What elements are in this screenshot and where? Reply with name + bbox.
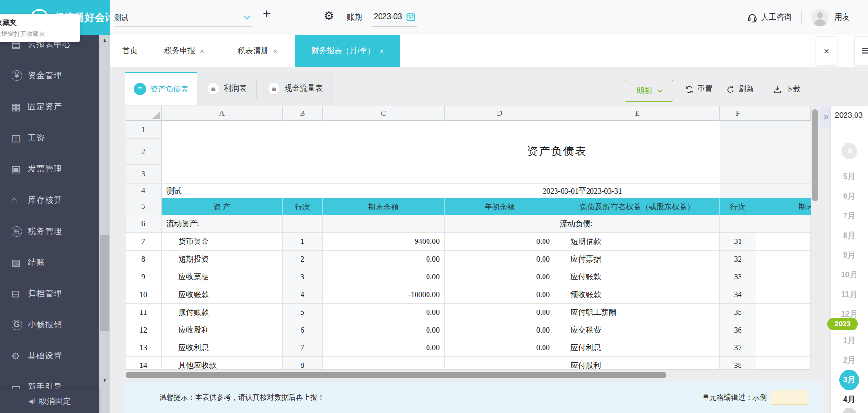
row-header[interactable]: 14 — [126, 357, 162, 370]
cell-line2[interactable]: 35 — [720, 304, 756, 321]
row-header[interactable]: 5 — [126, 198, 162, 215]
cell-beginning[interactable]: 0.00 — [445, 321, 555, 339]
cell-empty[interactable] — [756, 321, 811, 339]
gear-icon[interactable]: ⚙ — [324, 11, 334, 22]
opening-balance-button[interactable]: 期初 — [625, 80, 673, 102]
cell-asset[interactable]: 流动资产: — [162, 215, 283, 233]
subtab-income-statement[interactable]: ≣ 利润表 — [197, 72, 256, 105]
vertical-scrollbar[interactable] — [812, 109, 818, 201]
cell-beginning[interactable]: 0.00 — [445, 268, 555, 286]
cell-asset[interactable]: 应收账款 — [162, 286, 283, 304]
header-line-no-2[interactable]: 行次 — [720, 198, 756, 215]
cell-liability[interactable]: 短期借款 — [555, 233, 720, 251]
row-header[interactable]: 3 — [126, 165, 162, 183]
month-march-active[interactable]: 3月 — [831, 374, 868, 386]
username[interactable]: 用友 — [834, 12, 850, 23]
cell-line2[interactable]: 33 — [720, 268, 756, 286]
row-header[interactable]: 4 — [126, 184, 162, 198]
cell-beginning[interactable] — [445, 357, 555, 370]
row-header[interactable]: 1 — [126, 121, 162, 139]
header-ending-balance-2[interactable]: 期末余额 — [756, 198, 811, 215]
cell-line[interactable]: 2 — [283, 251, 323, 268]
cell-ending[interactable]: -10000.00 — [323, 286, 445, 304]
close-icon[interactable]: × — [200, 47, 204, 55]
cell-liability[interactable]: 应付账款 — [555, 268, 720, 286]
month-january[interactable]: 1月 — [831, 335, 868, 346]
cell-ending[interactable] — [323, 357, 445, 370]
cell-line[interactable]: 4 — [283, 286, 323, 304]
company-dropdown[interactable]: 测试 — [114, 10, 253, 27]
cell-line[interactable] — [283, 215, 323, 233]
row-header[interactable]: 8 — [126, 251, 162, 268]
sidebar-item-expense[interactable]: G 小畅报销 — [0, 309, 99, 340]
column-header[interactable]: A — [162, 106, 283, 121]
sidebar-item-archive[interactable]: ⊟ 归档管理 — [0, 278, 99, 309]
avatar[interactable] — [811, 9, 829, 26]
cell-beginning[interactable]: 0.00 — [445, 339, 555, 357]
tab-tax-filing[interactable]: 税务申报 × — [164, 46, 204, 56]
cell-line2[interactable]: 32 — [720, 251, 756, 268]
cell-empty[interactable] — [756, 339, 811, 357]
cell-liability[interactable]: 应交税费 — [555, 321, 720, 339]
subtab-balance-sheet[interactable]: ≣ 资产负债表 — [125, 72, 197, 105]
tab-home[interactable]: 首页 — [122, 46, 138, 56]
column-header[interactable]: F — [720, 106, 756, 121]
row-header[interactable]: 7 — [126, 233, 162, 251]
month-november[interactable]: 11月 — [831, 289, 868, 300]
company-period-zone[interactable]: 测试 2023-03-01至2023-03-31 — [162, 184, 811, 198]
cell-ending[interactable]: 0.00 — [323, 321, 445, 339]
refresh-button[interactable]: 刷新 — [726, 84, 754, 94]
cell-ending[interactable] — [323, 215, 445, 233]
cell-empty[interactable] — [756, 286, 811, 304]
header-asset[interactable]: 资 产 — [162, 198, 283, 215]
title-zone[interactable]: 资产负债表 — [162, 121, 811, 183]
cell-liability[interactable]: 预收账款 — [555, 286, 720, 304]
cell-line[interactable]: 7 — [283, 339, 323, 357]
horizontal-scrollbar[interactable] — [126, 372, 666, 378]
subtab-cash-flow[interactable]: ≣ 现金流量表 — [257, 72, 334, 105]
month-december[interactable]: 12月 — [831, 309, 868, 320]
cell-asset[interactable]: 应收票据 — [162, 268, 283, 286]
live-support-button[interactable]: 人工咨询 — [747, 12, 792, 23]
cell-asset[interactable]: 应收股利 — [162, 321, 283, 339]
cell-ending[interactable]: 9400.00 — [323, 233, 445, 251]
sidebar-item-tax[interactable]: 税 税务管理 — [0, 216, 99, 247]
cell-ending[interactable]: 0.00 — [323, 339, 445, 357]
cell-line2[interactable] — [720, 215, 756, 233]
select-all-corner[interactable] — [126, 106, 162, 121]
sidebar-scroll-thumb[interactable] — [100, 235, 109, 331]
cell-line[interactable]: 3 — [283, 268, 323, 286]
row-header[interactable]: 2 — [126, 139, 162, 165]
row-header[interactable]: 6 — [126, 215, 162, 233]
sidebar-scrollbar[interactable]: ▲ ▼ — [99, 35, 110, 413]
cell-asset[interactable]: 货币资金 — [162, 233, 283, 251]
period-range-cell[interactable]: 2023-03-01至2023-03-31 — [543, 184, 622, 198]
cell-liability[interactable]: 流动负债: — [555, 215, 720, 233]
cell-line2[interactable]: 31 — [720, 233, 756, 251]
cell-liability[interactable]: 应付利息 — [555, 339, 720, 357]
cell-empty[interactable] — [756, 251, 811, 268]
cell-line[interactable]: 6 — [283, 321, 323, 339]
sidebar-item-fixed-assets[interactable]: ▦ 固定资产 — [0, 91, 99, 122]
month-october[interactable]: 10月 — [831, 269, 868, 281]
cell-empty[interactable] — [756, 304, 811, 321]
cell-line2[interactable]: 34 — [720, 286, 756, 304]
cell-ending[interactable]: 0.00 — [323, 268, 445, 286]
column-header[interactable]: C — [323, 106, 445, 121]
cell-liability[interactable]: 应付股利 — [555, 357, 720, 370]
sidebar-item-invoices[interactable]: ▣ 发票管理 — [0, 153, 99, 184]
header-liability[interactable]: 负债及所有者权益（或股东权益） — [555, 198, 720, 215]
cell-asset[interactable]: 短期投资 — [162, 251, 283, 268]
cell-empty[interactable] — [756, 357, 811, 370]
reset-button[interactable]: 重置 — [684, 84, 713, 94]
header-beginning-balance[interactable]: 年初余额 — [445, 198, 555, 215]
cell-line2[interactable]: 36 — [720, 321, 756, 339]
cell-empty[interactable] — [756, 215, 811, 233]
close-icon[interactable]: × — [380, 47, 384, 55]
header-line-no[interactable]: 行次 — [283, 198, 323, 215]
row-header[interactable]: 10 — [126, 286, 162, 304]
cell-line[interactable]: 1 — [283, 233, 323, 251]
sidebar-item-closing[interactable]: ▧ 结账 — [0, 247, 99, 278]
unpin-sidebar-button[interactable]: ◀‖ 取消固定 — [0, 389, 99, 413]
cell-asset[interactable]: 其他应收款 — [162, 357, 283, 370]
